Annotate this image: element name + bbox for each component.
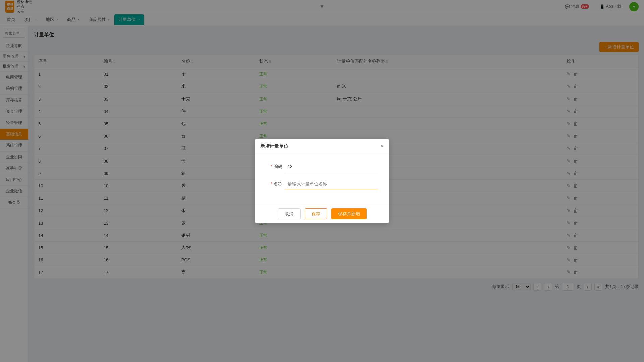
code-input[interactable]: [285, 161, 378, 172]
name-input[interactable]: [285, 179, 378, 189]
modal-add-unit: 新增计量单位 × *编码 *名称 取消 保存 保存并新增: [255, 139, 389, 223]
modal-close-button[interactable]: ×: [381, 144, 384, 149]
form-row-code: *编码: [266, 161, 378, 172]
name-label: *名称: [266, 181, 282, 187]
modal-header: 新增计量单位 ×: [255, 139, 389, 153]
form-row-name: *名称: [266, 179, 378, 189]
modal-footer: 取消 保存 保存并新增: [255, 204, 389, 223]
modal-title: 新增计量单位: [260, 143, 288, 149]
modal-overlay[interactable]: 新增计量单位 × *编码 *名称 取消 保存 保存并新增: [0, 0, 644, 362]
save-and-new-button[interactable]: 保存并新增: [331, 208, 367, 219]
cancel-button[interactable]: 取消: [278, 208, 301, 219]
save-button[interactable]: 保存: [305, 208, 327, 219]
code-label: *编码: [266, 164, 282, 170]
modal-body: *编码 *名称: [255, 153, 389, 204]
